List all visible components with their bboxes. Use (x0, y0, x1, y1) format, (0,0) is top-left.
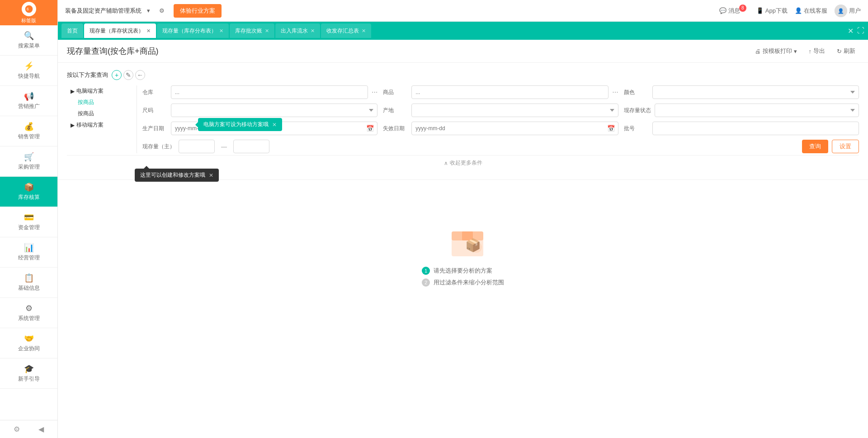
system-dropdown[interactable]: ▾ (147, 7, 150, 14)
warehouse-input[interactable] (171, 85, 368, 99)
sidebar-item-guide[interactable]: 🎓 新手引导 (0, 358, 57, 389)
sidebar-item-operations[interactable]: 📊 经营管理 (0, 237, 57, 268)
close-tab-inventory-status[interactable]: ✕ (146, 28, 151, 34)
sidebar-item-label-finance: 资金管理 (18, 224, 40, 231)
batch-label: 批号 (624, 125, 649, 132)
collapse-label: 收起更多条件 (450, 159, 482, 167)
close-tab-inventory-dist[interactable]: ✕ (219, 28, 223, 34)
settings-button[interactable]: ⚙ (156, 5, 168, 17)
sidebar-item-enterprise[interactable]: 🤝 企业协同 (0, 328, 57, 358)
print-icon: 🖨 (755, 48, 761, 55)
sidebar-item-system[interactable]: ⚙ 系统管理 (0, 298, 57, 328)
tab-fullscreen-btn[interactable]: ⛶ (857, 27, 864, 35)
search-button[interactable]: 查询 (802, 140, 828, 153)
main-area: 装备及固定资产辅助管理系统 ▾ ⚙ 体验行业方案 💬 消息 8 📱 App下载 … (58, 0, 868, 438)
inventory-status-select[interactable] (655, 104, 859, 117)
print-button[interactable]: 🖨 按模板打印 ▾ (751, 45, 801, 57)
online-service-label: 在线客服 (804, 7, 827, 15)
tab-in-out-flow[interactable]: 出入库流水 ✕ (275, 24, 320, 38)
svg-text:📦: 📦 (465, 238, 481, 253)
messages-button[interactable]: 💬 消息 8 (719, 7, 749, 15)
tab-inventory-dist[interactable]: 现存量（库存分布表） ✕ (157, 24, 229, 38)
inventory-main-min[interactable] (179, 140, 215, 153)
user-menu[interactable]: 👤 用户 (835, 5, 861, 17)
tab-inventory-status[interactable]: 现存量（库存状况表） ✕ (84, 24, 156, 38)
tabs-bar: 首页 现存量（库存状况表） ✕ 现存量（库存分布表） ✕ 库存批次账 ✕ 出入库… (58, 22, 868, 40)
quick-nav-icon: ⚡ (24, 61, 34, 71)
edit-scheme-btn[interactable]: ✎ (123, 70, 133, 80)
close-tab-receive-summary[interactable]: ✕ (362, 28, 366, 34)
sidebar-item-label-guide: 新手引导 (18, 375, 40, 383)
export-button[interactable]: ↑ 导出 (805, 45, 829, 57)
production-date-icon[interactable]: 📅 (366, 125, 374, 132)
filter-goods: 商品 ··· (383, 85, 618, 99)
goods-dots-icon[interactable]: ··· (612, 88, 618, 96)
system-title: 装备及固定资产辅助管理系统 (65, 7, 142, 15)
filter-warehouse: 仓库 ··· (142, 85, 377, 99)
size-select[interactable] (171, 104, 377, 117)
avatar: 👤 (835, 5, 847, 17)
sidebar-item-inventory[interactable]: 📦 库存核算 (0, 177, 57, 207)
warehouse-dots-icon[interactable]: ··· (372, 88, 377, 96)
message-icon: 💬 (719, 7, 726, 14)
sidebar-item-basic-info[interactable]: 📋 基础信息 (0, 268, 57, 298)
close-tab-batch-account[interactable]: ✕ (265, 28, 269, 34)
batch-input[interactable] (652, 122, 859, 135)
color-select[interactable] (652, 85, 859, 99)
tab-in-out-flow-label: 出入库流水 (281, 27, 308, 35)
sidebar-item-marketing[interactable]: 📢 营销推广 (0, 86, 57, 116)
refresh-label: 刷新 (844, 47, 855, 55)
filter-inventory-main: 现存量（主） — (142, 140, 269, 153)
sidebar-item-label-operations: 经营管理 (18, 254, 40, 262)
sidebar: 6 标签版 🔍 搜索菜单 ⚡ 快捷导航 📢 营销推广 💰 销售管理 🛒 采购管理… (0, 0, 58, 438)
app-download-button[interactable]: 📱 App下载 (756, 7, 788, 15)
goods-input[interactable] (411, 85, 609, 99)
scheme-desktop-item-1[interactable]: 按商品 (74, 97, 133, 108)
reset-button[interactable]: 设置 (832, 140, 859, 153)
step-1-text: 请先选择要分析的方案 (434, 267, 492, 275)
sidebar-settings-btn[interactable]: ⚙ (14, 425, 20, 433)
search-icon: 🔍 (24, 31, 34, 41)
operations-icon: 📊 (24, 243, 34, 253)
messages-label: 消息 (728, 7, 740, 15)
sidebar-item-label-inventory: 库存核算 (18, 193, 40, 201)
origin-select[interactable] (411, 104, 618, 117)
empty-state-icon: 📦 (440, 218, 486, 254)
sidebar-item-search[interactable]: 🔍 搜索菜单 (0, 25, 57, 56)
sidebar-item-purchase[interactable]: 🛒 采购管理 (0, 146, 57, 177)
tab-receive-summary[interactable]: 收发存汇总表 ✕ (321, 24, 371, 38)
add-scheme-btn[interactable]: + (112, 70, 122, 80)
expiry-date-icon[interactable]: 📅 (607, 125, 615, 132)
back-scheme-btn[interactable]: ← (135, 70, 145, 80)
tab-batch-account[interactable]: 库存批次账 ✕ (230, 24, 274, 38)
expiry-date-input[interactable] (411, 122, 618, 135)
collapse-button[interactable]: ∧ 收起更多条件 (444, 159, 482, 167)
inventory-main-label: 现存量（主） (142, 143, 175, 151)
tab-home[interactable]: 首页 (61, 24, 83, 38)
sidebar-collapse-btn[interactable]: ◀ (38, 425, 44, 433)
scheme-desktop-header[interactable]: ▶ 电脑端方案 (67, 85, 133, 97)
sidebar-item-sales[interactable]: 💰 销售管理 (0, 116, 57, 146)
sidebar-footer: ⚙ ◀ (0, 420, 57, 438)
scheme-mobile-header[interactable]: ▶ 移动端方案 (67, 119, 133, 131)
tab-inventory-dist-label: 现存量（库存分布表） (162, 27, 217, 35)
empty-state: 📦 1 请先选择要分析的方案 2 用过滤条件来缩小分析范围 (58, 182, 868, 323)
refresh-button[interactable]: ↻ 刷新 (833, 45, 859, 57)
app-logo-icon: 6 (22, 2, 36, 16)
sidebar-item-finance[interactable]: 💳 资金管理 (0, 207, 57, 237)
sidebar-item-quick-nav[interactable]: ⚡ 快捷导航 (0, 56, 57, 86)
inventory-main-max[interactable] (233, 140, 269, 153)
page-title: 现存量查询(按仓库+商品) (67, 46, 159, 57)
filter-row-2: 尺码 产地 现存量状态 (142, 104, 859, 117)
create-tooltip-close[interactable]: ✕ (209, 172, 213, 179)
trial-button[interactable]: 体验行业方案 (174, 4, 222, 18)
page-header: 现存量查询(按仓库+商品) 🖨 按模板打印 ▾ ↑ 导出 ↻ 刷新 (58, 40, 868, 63)
sidebar-item-label-enterprise: 企业协同 (18, 345, 40, 353)
chevron-right-icon-mobile: ▶ (71, 122, 75, 128)
online-service-button[interactable]: 👤 在线客服 (795, 7, 827, 15)
scheme-desktop-item-2[interactable]: 按商品 (74, 108, 133, 119)
close-tab-in-out-flow[interactable]: ✕ (311, 28, 315, 34)
tab-close-all-btn[interactable]: ✕ (848, 27, 854, 35)
scheme-tooltip-close[interactable]: ✕ (272, 122, 277, 128)
filter-action-btns: 查询 设置 (802, 140, 859, 153)
